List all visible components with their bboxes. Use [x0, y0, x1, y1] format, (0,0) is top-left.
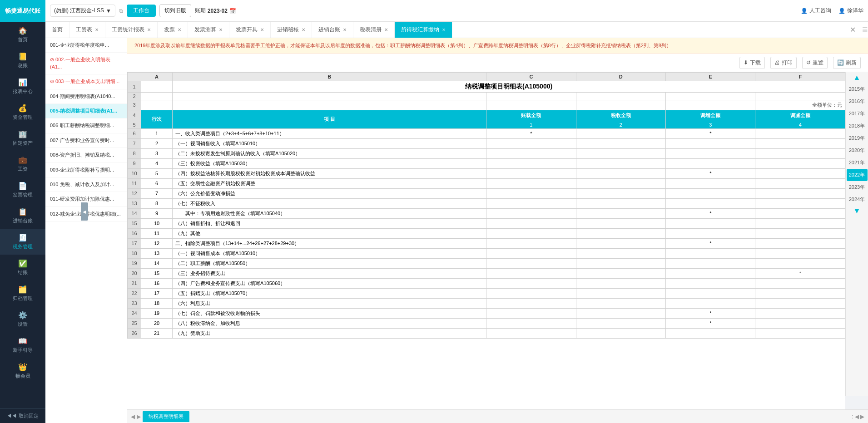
close-all-tabs[interactable]: ✕: [845, 25, 860, 34]
cell-linenum[interactable]: 6: [141, 178, 173, 188]
tab-income-tax[interactable]: 所得税汇算缴纳 ✕: [395, 22, 452, 38]
tab-purchase-check[interactable]: 进销稽核 ✕: [271, 22, 312, 38]
tab-stats-close[interactable]: ✕: [147, 27, 151, 32]
cell-linenum[interactable]: 16: [141, 278, 173, 288]
cell-2E[interactable]: [666, 92, 755, 100]
cell-c[interactable]: [486, 268, 576, 278]
year-2015[interactable]: 2015年: [847, 83, 868, 95]
cell-item[interactable]: （五）交易性金融资产初始投资调整: [173, 178, 486, 188]
sidebar-item-purchase[interactable]: 📋 进销台账: [0, 203, 45, 229]
cell-f[interactable]: [755, 258, 845, 268]
tab-payroll-table[interactable]: 工资表 ✕: [69, 22, 105, 38]
sidebar-item-invoice[interactable]: 📄 发票管理: [0, 177, 45, 203]
tab-calc-close[interactable]: ✕: [219, 27, 223, 32]
cell-e[interactable]: [666, 298, 755, 308]
cell-2C[interactable]: [486, 92, 576, 100]
cell-f[interactable]: *: [755, 268, 845, 278]
cell-e[interactable]: [666, 328, 755, 338]
tab-settings-icon[interactable]: ☰: [862, 26, 868, 34]
service-btn[interactable]: 👤 人工咨询: [801, 7, 831, 15]
cell-linenum[interactable]: 21: [141, 328, 173, 338]
sheet-tab-main[interactable]: 纳税调整明细表: [143, 411, 189, 422]
sidebar-item-fixed-assets[interactable]: 🏢 固定资产: [0, 125, 45, 151]
refresh-btn[interactable]: 🔄 刷新: [833, 57, 861, 69]
doc-item-007[interactable]: 007-广告费和业务宣传费时...: [45, 133, 127, 148]
cell-item[interactable]: 一、收入类调整项目（2+3+4+5+6+7+8+10+11）: [173, 128, 486, 138]
cell-e[interactable]: [666, 228, 755, 238]
doc-item-006[interactable]: 006-职工薪酬纳税调整明细...: [45, 118, 127, 133]
sidebar-item-settings[interactable]: ⚙️ 设置: [0, 306, 45, 332]
cell-linenum[interactable]: 9: [141, 208, 173, 218]
sidebar-item-ledger[interactable]: 📒 总账: [0, 48, 45, 74]
workspace-button[interactable]: 工作台: [127, 5, 156, 17]
cell-f[interactable]: [755, 128, 845, 138]
cell-e[interactable]: [666, 268, 755, 278]
cell-item[interactable]: （二）未按权责发生制原则确认的收入（填写A105020）: [173, 148, 486, 158]
cell-f[interactable]: [755, 308, 845, 318]
cell-linenum[interactable]: 20: [141, 318, 173, 328]
cell-c[interactable]: [486, 228, 576, 238]
cell-e[interactable]: *: [666, 168, 755, 178]
cell-2D[interactable]: [576, 92, 665, 100]
cell-f[interactable]: [755, 188, 845, 198]
tab-purchase-ledger[interactable]: 进销台账 ✕: [312, 22, 353, 38]
year-2019[interactable]: 2019年: [847, 132, 868, 144]
cell-d[interactable]: [576, 248, 665, 258]
cell-e[interactable]: [666, 148, 755, 158]
cell-3C[interactable]: [486, 100, 576, 110]
cell-d[interactable]: [576, 298, 665, 308]
cell-c[interactable]: [486, 328, 576, 338]
cell-linenum[interactable]: 11: [141, 228, 173, 238]
cell-d[interactable]: [576, 168, 665, 178]
cell-item[interactable]: （四）广告费和业务宣传费支出（填写A105060）: [173, 278, 486, 288]
cell-c[interactable]: [486, 208, 576, 218]
sidebar-item-guide[interactable]: 📖 新手引导: [0, 332, 45, 358]
year-2020[interactable]: 2020年: [847, 144, 868, 157]
cell-d[interactable]: [576, 258, 665, 268]
cell-item[interactable]: （四）按权益法核算长期股权投资对初始投资成本调整确认收益: [173, 168, 486, 178]
cell-linenum[interactable]: 10: [141, 218, 173, 228]
year-2024[interactable]: 2024年: [847, 193, 868, 206]
copy-icon[interactable]: ⧉: [119, 8, 123, 14]
cell-linenum[interactable]: 15: [141, 268, 173, 278]
cell-e[interactable]: *: [666, 128, 755, 138]
cell-f[interactable]: [755, 248, 845, 258]
cell-item[interactable]: 二、扣除类调整项目（13+14+...24+26+27+28+29+30）: [173, 238, 486, 248]
sidebar-item-archive[interactable]: 🗂️ 归档管理: [0, 280, 45, 306]
cell-2B[interactable]: [173, 92, 486, 100]
cell-f[interactable]: [755, 148, 845, 158]
cell-e[interactable]: [666, 188, 755, 198]
cell-linenum[interactable]: 13: [141, 248, 173, 258]
cell-d[interactable]: [576, 228, 665, 238]
doc-item-008[interactable]: 008-资产折旧、摊销及纳税...: [45, 148, 127, 162]
cell-e[interactable]: *: [666, 318, 755, 328]
doc-item-005[interactable]: 005-纳税调整项目明细表(A1...: [45, 104, 127, 118]
cell-c[interactable]: [486, 198, 576, 208]
year-nav-up[interactable]: ▲: [848, 72, 866, 83]
cell-1A[interactable]: [141, 81, 173, 92]
cell-d[interactable]: [576, 318, 665, 328]
cell-e[interactable]: *: [666, 208, 755, 218]
cell-d[interactable]: [576, 198, 665, 208]
cell-c[interactable]: [486, 138, 576, 148]
cell-e[interactable]: [666, 198, 755, 208]
tab-invoice[interactable]: 发票 ✕: [158, 22, 188, 38]
cell-c[interactable]: [486, 218, 576, 228]
cell-f[interactable]: [755, 238, 845, 248]
year-2017[interactable]: 2017年: [847, 108, 868, 120]
cell-3E[interactable]: [666, 100, 755, 110]
cell-f[interactable]: [755, 158, 845, 168]
year-2021[interactable]: 2021年: [847, 157, 868, 169]
sidebar-item-report[interactable]: 📊 报表中心: [0, 74, 45, 99]
cell-d[interactable]: [576, 218, 665, 228]
cell-item[interactable]: （九）其他: [173, 228, 486, 238]
sidebar-item-tax[interactable]: 🧾 税务管理: [0, 229, 45, 255]
cell-item[interactable]: （六）公允价值变动净损益: [173, 188, 486, 198]
cell-item[interactable]: 其中：专项用途财政性资金（填写A105040）: [173, 208, 486, 218]
sheet-nav-left[interactable]: ◀: [131, 413, 135, 420]
sidebar-item-payroll[interactable]: 💼 工资: [0, 151, 45, 177]
reset-btn[interactable]: ↺ 重置: [802, 57, 828, 69]
year-2022[interactable]: 2022年: [847, 169, 868, 181]
cell-item[interactable]: （五）捐赠支出（填写A105070）: [173, 288, 486, 298]
cell-c[interactable]: [486, 298, 576, 308]
